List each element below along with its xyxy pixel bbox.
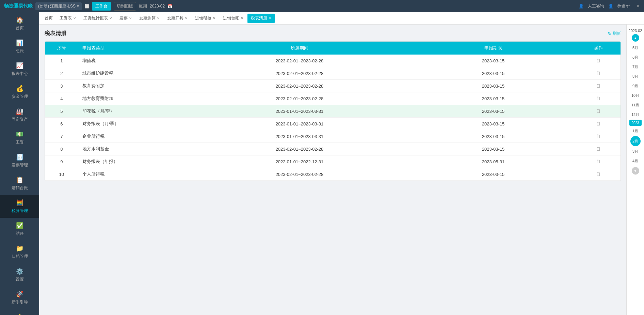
sidebar-label-archive: 归档管理 <box>12 254 28 259</box>
cell-action[interactable]: 🗒 <box>576 55 621 67</box>
table-row: 5印花税（月/季）2023-01-01~2023-03-312023-03-15… <box>45 105 621 118</box>
cell-action[interactable]: 🗒 <box>576 143 621 155</box>
action-icon[interactable]: 🗒 <box>596 121 601 126</box>
action-icon[interactable]: 🗒 <box>596 159 601 164</box>
tab-invoice[interactable]: 发票 ✕ <box>116 14 135 23</box>
tab-invoice-check[interactable]: 发票测算 ✕ <box>136 14 163 23</box>
company-selector[interactable]: (勿动) 江西服皇-LSS ▾ <box>35 2 82 10</box>
table-row: 7企业所得税2023-01-01~2023-03-312023-03-15🗒 <box>45 130 621 143</box>
tab-purchase-verify-close[interactable]: ✕ <box>213 16 215 20</box>
sidebar-label-settings: 设置 <box>16 276 24 282</box>
sidebar-item-vip[interactable]: ⭐ 畅会员 <box>0 309 39 315</box>
action-icon[interactable]: 🗒 <box>596 171 601 177</box>
sidebar-item-home[interactable]: 🏠 首页 <box>0 12 39 35</box>
month-12[interactable]: 12月 <box>629 110 642 119</box>
capital-icon: 💰 <box>16 85 23 92</box>
month-8[interactable]: 8月 <box>629 72 642 81</box>
sidebar-item-settle[interactable]: ✅ 结账 <box>0 218 39 241</box>
cell-period: 2023-02-01~2023-02-28 <box>189 55 410 67</box>
settings-icon: ⚙️ <box>16 268 23 275</box>
sidebar-item-settings[interactable]: ⚙️ 设置 <box>0 264 39 286</box>
cell-no: 5 <box>45 105 78 118</box>
cell-action[interactable]: 🗒 <box>576 105 621 118</box>
refresh-button[interactable]: ↻ 刷新 <box>608 31 621 36</box>
tax-table-container: 序号 申报表类型 所属期间 申报期限 操作 1增值税2023-02-01~202… <box>45 41 621 181</box>
sidebar-label-ledger: 总账 <box>16 48 24 54</box>
col-action: 操作 <box>576 42 621 55</box>
tab-purchase-verify[interactable]: 进销稽核 ✕ <box>192 14 219 23</box>
sidebar-item-capital[interactable]: 💰 资金管理 <box>0 81 39 104</box>
tab-purchase-verify-label: 进销稽核 <box>195 15 211 21</box>
cell-action[interactable]: 🗒 <box>576 67 621 80</box>
switch-button[interactable]: 切到旧版 <box>114 2 136 11</box>
salary-icon: 💵 <box>16 131 23 138</box>
panel-collapse-button[interactable]: ▲ <box>632 34 639 42</box>
company-name: (勿动) 江西服皇-LSS <box>38 3 76 9</box>
tab-purchase-ledger[interactable]: 进销台账 ✕ <box>220 14 247 23</box>
month-7[interactable]: 7月 <box>629 62 642 71</box>
table-header-row: 序号 申报表类型 所属期间 申报期限 操作 <box>45 42 621 55</box>
month-5[interactable]: 5月 <box>629 43 642 52</box>
action-icon[interactable]: 🗒 <box>596 83 601 89</box>
action-icon[interactable]: 🗒 <box>596 108 601 114</box>
tab-invoice-open-close[interactable]: ✕ <box>185 16 188 20</box>
header-left: 畅捷通易代账 (勿动) 江西服皇-LSS ▾ ⬜ 工作台 切到旧版 账期 202… <box>4 2 173 11</box>
cell-action[interactable]: 🗒 <box>576 155 621 168</box>
tab-salary-stats-close[interactable]: ✕ <box>109 16 112 20</box>
action-icon[interactable]: 🗒 <box>596 71 601 76</box>
action-icon[interactable]: 🗒 <box>596 134 601 139</box>
sidebar-item-assets[interactable]: 🏭 固定资产 <box>0 104 39 126</box>
sidebar-item-archive[interactable]: 📁 归档管理 <box>0 241 39 264</box>
month-6[interactable]: 6月 <box>629 53 642 62</box>
sidebar-item-salary[interactable]: 💵 工资 <box>0 126 39 149</box>
col-period: 所属期间 <box>189 42 410 55</box>
table-row: 4地方教育费附加2023-02-01~2023-02-282023-03-15🗒 <box>45 92 621 105</box>
tab-salary-close[interactable]: ✕ <box>73 16 76 20</box>
tab-home[interactable]: 首页 <box>42 15 55 21</box>
tab-tax-list[interactable]: 税表清册 ✕ <box>247 14 275 23</box>
action-icon[interactable]: 🗒 <box>596 96 601 101</box>
sidebar-item-invoice[interactable]: 🧾 发票管理 <box>0 149 39 172</box>
month-2-active[interactable]: 2月 <box>630 136 641 146</box>
tab-purchase-ledger-close[interactable]: ✕ <box>241 16 243 20</box>
action-icon[interactable]: 🗒 <box>596 58 601 63</box>
panel-expand-button[interactable]: ▼ <box>632 167 639 175</box>
action-icon[interactable]: 🗒 <box>596 146 601 152</box>
content-area: 首页 工资表 ✕ 工资统计报表 ✕ 发票 ✕ 发票测算 ✕ 发票开具 ✕ <box>39 12 644 315</box>
cell-period: 2023-02-01~2023-02-28 <box>189 143 410 155</box>
sidebar-item-tax[interactable]: 🧮 税务管理 <box>0 195 39 218</box>
cell-type: 财务报表（年报） <box>78 155 189 168</box>
tab-salary[interactable]: 工资表 ✕ <box>56 14 79 23</box>
table-row: 9财务报表（年报）2022-01-01~2022-12-312023-05-31… <box>45 155 621 168</box>
tab-invoice-check-close[interactable]: ✕ <box>157 16 160 20</box>
tab-invoice-close[interactable]: ✕ <box>129 16 132 20</box>
workbench-button[interactable]: 工作台 <box>92 2 111 11</box>
purchase-icon: 📋 <box>16 176 23 184</box>
cell-action[interactable]: 🗒 <box>576 80 621 92</box>
tab-tax-list-close[interactable]: ✕ <box>269 16 271 20</box>
page-content: 税表清册 ↻ 刷新 序号 申报表类型 所属期间 <box>39 25 644 315</box>
cell-action[interactable]: 🗒 <box>576 130 621 143</box>
month-11[interactable]: 11月 <box>629 101 642 109</box>
month-3[interactable]: 3月 <box>629 147 642 156</box>
cell-deadline: 2023-03-15 <box>410 168 576 181</box>
tab-invoice-open[interactable]: 发票开具 ✕ <box>164 14 191 23</box>
month-10[interactable]: 10月 <box>629 91 642 100</box>
month-4[interactable]: 4月 <box>629 156 642 165</box>
table-row: 3教育费附加2023-02-01~2023-02-282023-03-15🗒 <box>45 80 621 92</box>
cell-action[interactable]: 🗒 <box>576 168 621 181</box>
tab-salary-stats-label: 工资统计报表 <box>83 15 108 21</box>
support-label[interactable]: 人工咨询 <box>588 3 604 9</box>
month-9[interactable]: 9月 <box>629 81 642 90</box>
close-icon[interactable]: ✕ <box>637 4 640 9</box>
month-1[interactable]: 1月 <box>629 126 642 135</box>
sidebar: 🏠 首页 📊 总账 📈 报表中心 💰 资金管理 🏭 固定资产 💵 工资 🧾 发票… <box>0 12 39 315</box>
sidebar-item-report[interactable]: 📈 报表中心 <box>0 58 39 81</box>
cell-action[interactable]: 🗒 <box>576 118 621 130</box>
cell-action[interactable]: 🗒 <box>576 92 621 105</box>
sidebar-item-ledger[interactable]: 📊 总账 <box>0 35 39 58</box>
tab-salary-stats[interactable]: 工资统计报表 ✕ <box>80 14 115 23</box>
sidebar-item-purchase[interactable]: 📋 进销台账 <box>0 172 39 195</box>
sidebar-item-guide[interactable]: 🚀 新手引导 <box>0 286 39 309</box>
period-label: 账期 <box>139 3 147 9</box>
